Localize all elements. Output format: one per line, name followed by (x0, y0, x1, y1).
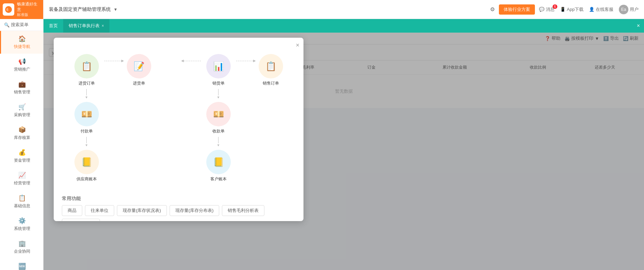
flow-payment-out: 💴 付款单 (74, 102, 99, 134)
download-icon: 📱 (560, 7, 565, 12)
sidebar-item-basic-info[interactable]: 📋 基础信息 (0, 190, 43, 213)
guide-popup: × 📋 进货订单 (54, 38, 303, 221)
search-icon: 🔍 (4, 22, 10, 28)
tab-home[interactable]: 首页 (43, 19, 63, 33)
arrow-down-1: ▼ (85, 89, 88, 99)
arrow-right-3: ▶ (236, 61, 253, 61)
sidebar-item-sales[interactable]: 💼 销售管理 (0, 76, 43, 99)
sidebar-item-marketing[interactable]: 📢 营销推广 (0, 54, 43, 76)
avatar: Ea (619, 5, 628, 14)
system-icon: ⚙️ (18, 217, 26, 224)
tab-close-icon[interactable]: × (102, 23, 104, 28)
service-icon: 👤 (589, 7, 594, 12)
func-btn-partners[interactable]: 往来单位 (85, 205, 114, 216)
sidebar-item-inventory[interactable]: 📦 库存核算 (0, 122, 43, 145)
operations-icon: 📈 (18, 172, 26, 179)
flow-mid-left-col: 📝 进货单 (121, 51, 157, 89)
func-btn-sales-profit[interactable]: 销售毛利分析表 (222, 205, 264, 216)
flow-right-col: 📋 销售订单 (253, 51, 289, 89)
message-btn[interactable]: 💬 消息 6 (539, 6, 555, 13)
info-icon: 📋 (18, 194, 26, 202)
message-icon: 💬 (539, 7, 544, 12)
search-menu[interactable]: 🔍 搜索菜单 (0, 19, 43, 31)
sales-icon: 💼 (18, 80, 26, 88)
flow-sales: 📊 销货单 (206, 54, 231, 86)
flow-payment-in: 💴 收款单 (206, 102, 231, 134)
func-btns-row1: 商品 往来单位 现存量(库存状况表) 现存量(库存分布表) 销售毛利分析表 商品… (62, 205, 295, 221)
flow-mid-right-col: 📊 销货单 ▼ (201, 51, 236, 185)
flow-purchase-order: 📋 进货订单 (74, 54, 99, 86)
overlay[interactable]: × 📋 进货订单 (43, 33, 644, 270)
guide-close-btn[interactable]: × (296, 42, 299, 49)
sidebar-item-finance[interactable]: 💰 资金管理 (0, 145, 43, 167)
finance-icon: 💰 (18, 149, 26, 156)
home-icon: 🏠 (18, 35, 26, 42)
logo: 6 畅康通好生意 标准版 (0, 0, 43, 19)
common-functions-title: 常用功能 (62, 196, 295, 202)
flow-diagram: 📋 进货订单 ▼ (62, 46, 295, 190)
enterprise-icon: 🏢 (18, 240, 26, 247)
settings-icon[interactable]: ⚙ (490, 6, 495, 13)
flow-customer-ledger: 📒 客户账本 (206, 150, 231, 182)
marketing-icon: 📢 (18, 58, 26, 65)
online-service-btn[interactable]: 👤 在线客服 (589, 6, 613, 13)
sidebar-item-quick-nav[interactable]: 🏠 快捷导航 (0, 31, 43, 54)
arrow-down-3: ▼ (217, 89, 220, 99)
logo-text: 畅康通好生意 标准版 (17, 2, 40, 17)
func-btn-product[interactable]: 商品 (62, 205, 82, 216)
tabbar: 首页 销售订单执行表 × × (43, 19, 644, 33)
sidebar-item-system[interactable]: ⚙️ 系统管理 (0, 213, 43, 236)
topbar: 装备及固定资产辅助管理系统 ▼ ⚙ 体验行业方案 💬 消息 6 📱 App下载 … (43, 0, 644, 19)
system-title: 装备及固定资产辅助管理系统 ▼ (49, 6, 486, 13)
arrow-right-1: ▶ (104, 61, 121, 61)
func-btn-product-profit[interactable]: 商品毛利分析 (62, 219, 100, 221)
topbar-right: 💬 消息 6 📱 App下载 👤 在线客服 Ea 用户 (539, 5, 639, 14)
sidebar-item-guide[interactable]: 🆕 新手引导 (0, 258, 43, 270)
sidebar-item-enterprise[interactable]: 🏢 企业协同 (0, 236, 43, 258)
svg-text:6: 6 (6, 8, 8, 12)
system-dropdown[interactable]: ▼ (114, 7, 118, 12)
tabbar-close-btn[interactable]: × (637, 23, 640, 29)
sidebar-nav: 🏠 快捷导航 📢 营销推广 💼 销售管理 🛒 采购管理 📦 库存核算 💰 (0, 31, 43, 270)
svg-point-0 (5, 6, 12, 13)
func-btn-stock-dist[interactable]: 现存量(库存分布表) (170, 205, 220, 216)
tab-sales-order[interactable]: 销售订单执行表 × (63, 19, 109, 33)
main-area: 装备及固定资产辅助管理系统 ▼ ⚙ 体验行业方案 💬 消息 6 📱 App下载 … (43, 0, 644, 270)
sidebar-item-operations[interactable]: 📈 经营管理 (0, 167, 43, 190)
logo-icon: 6 (3, 3, 14, 16)
experience-btn[interactable]: 体验行业方案 (499, 4, 535, 15)
func-btn-stock-status[interactable]: 现存量(库存状况表) (117, 205, 167, 216)
common-functions: 常用功能 商品 往来单位 现存量(库存状况表) 现存量(库存分布表) 销售毛利分… (62, 196, 295, 221)
purchase-icon: 🛒 (18, 103, 26, 111)
user-menu[interactable]: Ea 用户 (619, 5, 639, 14)
arrow-down-2: ▼ (85, 137, 88, 147)
guide-icon: 🆕 (18, 263, 26, 270)
arrow-right-2: ◀ (184, 61, 201, 61)
flow-left-col: 📋 进货订单 ▼ (69, 51, 104, 185)
content-area: ❓ 帮助 🖨️ 按模板打印 ▼ ⬆️ 导出 🔄 刷新 (43, 33, 644, 270)
sidebar-item-purchase[interactable]: 🛒 采购管理 (0, 99, 43, 122)
arrow-down-4: ▼ (217, 137, 220, 147)
flow-purchase: 📝 进货单 (127, 54, 151, 86)
sidebar: 6 畅康通好生意 标准版 🔍 搜索菜单 🏠 快捷导航 📢 营销推广 💼 (0, 0, 43, 270)
inventory-icon: 📦 (18, 126, 26, 133)
flow-sales-order: 📋 销售订单 (259, 54, 283, 86)
app-download-btn[interactable]: 📱 App下载 (560, 6, 584, 13)
flow-supplier-ledger: 📒 供应商账本 (74, 150, 99, 182)
